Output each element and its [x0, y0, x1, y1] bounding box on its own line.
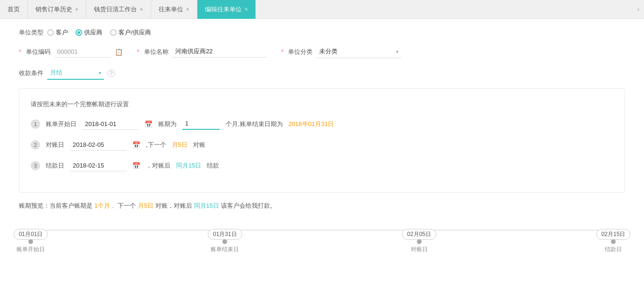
unit-name-group: * 单位名称	[137, 46, 267, 58]
timeline-sublabel-2: 对账日	[411, 245, 428, 253]
timeline-points-row: 01月01日 账单开始日 01月31日 账单结束日 02月05日	[28, 235, 616, 258]
close-sales-history-icon[interactable]: ×	[75, 6, 78, 13]
tab-partner-units-label: 往来单位	[159, 5, 183, 14]
help-icon[interactable]: ?	[108, 69, 115, 77]
period-reconcile-suffix: 对账	[193, 141, 205, 149]
period-payment-label: 结款日	[46, 161, 64, 170]
unit-category-label: 单位分类	[288, 48, 313, 56]
timeline-dot-2	[417, 239, 422, 244]
tab-home-label: 首页	[8, 5, 20, 14]
period-start-calendar-icon[interactable]: 📅	[144, 120, 153, 128]
unit-type-radio-group: 客户 供应商 客户/供应商	[47, 28, 151, 37]
radio-customer-circle	[47, 29, 54, 36]
tab-cash-work-label: 钱货日清工作台	[94, 5, 137, 14]
period-row-2: 2 对账日 📅 ,下一个 月5日 对账	[31, 139, 613, 151]
radio-both[interactable]: 客户/供应商	[110, 28, 151, 37]
timeline-dot-0	[28, 239, 33, 244]
preview-suffix: 该客户会给我打款。	[221, 202, 276, 209]
payment-condition-value: 月结	[50, 68, 62, 77]
payment-condition-row: 收款条件 月结 ▾ ?	[19, 67, 625, 80]
radio-supplier-label: 供应商	[84, 28, 102, 37]
period-row-1: 1 账单开始日 📅 账期为 个月,账单结束日期为 2018年01月31日	[31, 118, 613, 130]
period-start-label: 账单开始日	[46, 120, 76, 128]
radio-both-label: 客户/供应商	[119, 28, 151, 37]
timeline-sublabel-1: 账单结束日	[211, 245, 239, 253]
copy-icon[interactable]: 📋	[115, 48, 123, 56]
timeline-sublabel-3: 结款日	[605, 245, 622, 253]
tab-cash-work[interactable]: 钱货日清工作台 ×	[86, 0, 151, 19]
timeline-badge-0: 01月01日	[14, 229, 48, 240]
period-box-title: 请按照未来的一个完整帐期进行设置	[31, 100, 613, 109]
radio-customer[interactable]: 客户	[47, 28, 68, 37]
timeline-badge-2: 02月05日	[402, 229, 436, 240]
period-payment-suffix: 结款	[207, 161, 219, 170]
timeline-point-0: 01月01日 账单开始日	[28, 239, 33, 244]
close-partner-units-icon[interactable]: ×	[186, 6, 189, 13]
period-payment-day-highlight: 同月15日	[176, 161, 201, 170]
radio-both-circle	[110, 29, 117, 36]
tab-arrow[interactable]: ›	[633, 6, 644, 13]
unit-details-row: * 单位编码 📋 * 单位名称 * 单位分类 未分类 ▾	[19, 45, 625, 58]
tab-sales-history-label: 销售订单历史	[35, 5, 72, 14]
period-start-date-input[interactable]	[82, 118, 139, 130]
close-cash-work-icon[interactable]: ×	[140, 6, 143, 13]
unit-category-select[interactable]: 未分类 ▾	[316, 45, 401, 58]
tab-partner-units[interactable]: 往来单位 ×	[151, 0, 197, 19]
preview-payment-day: 同月15日	[194, 202, 219, 209]
timeline-point-2: 02月05日 对账日	[417, 239, 422, 244]
preview-section: 账期预览：当前客户账期是 1个月， 下一个 月5日 对账，对账后 同月15日 该…	[19, 200, 625, 285]
unit-name-star: *	[137, 48, 139, 55]
period-num-2: 2	[31, 140, 40, 150]
period-months-unit: 个月,账单结束日期为	[226, 120, 283, 128]
unit-code-star: *	[19, 48, 21, 55]
preview-reconcile-prefix: 下一个	[118, 202, 136, 209]
period-payment-prefix: ，对账后	[146, 161, 170, 170]
period-num-1: 1	[31, 119, 40, 129]
unit-name-input[interactable]	[172, 46, 267, 58]
tab-home[interactable]: 首页	[0, 0, 28, 19]
unit-code-group: * 单位编码 📋	[19, 46, 123, 58]
close-edit-partner-icon[interactable]: ×	[245, 6, 248, 13]
timeline-point-3: 02月15日 结款日	[611, 239, 616, 244]
timeline-badge-1: 01月31日	[208, 229, 242, 240]
period-row-3: 3 结款日 📅 ，对账后 同月15日 结款	[31, 160, 613, 171]
timeline-dot-1	[222, 239, 227, 244]
timeline: 01月01日 账单开始日 01月31日 账单结束日 02月05日	[24, 220, 620, 277]
unit-category-value: 未分类	[319, 47, 338, 56]
tab-edit-partner-label: 编辑往来单位	[205, 5, 242, 14]
period-reconcile-date-input[interactable]	[70, 139, 127, 151]
unit-type-row: 单位类型 客户 供应商 客户/供应商	[19, 28, 625, 37]
tab-edit-partner[interactable]: 编辑往来单位 ×	[197, 0, 256, 19]
timeline-dot-3	[611, 239, 616, 244]
unit-category-star: *	[281, 48, 283, 55]
unit-category-chevron: ▾	[396, 49, 398, 54]
period-start-suffix: 账期为	[158, 120, 177, 128]
timeline-badge-3: 02月15日	[596, 229, 631, 240]
unit-type-group: 单位类型 客户 供应商 客户/供应商	[19, 28, 151, 37]
main-content: 单位类型 客户 供应商 客户/供应商 * 单位编码	[0, 19, 644, 287]
tab-sales-history[interactable]: 销售订单历史 ×	[28, 0, 86, 19]
radio-supplier[interactable]: 供应商	[76, 28, 102, 37]
period-reconcile-label: 对账日	[46, 141, 64, 149]
timeline-line	[24, 230, 620, 230]
timeline-point-1: 01月31日 账单结束日	[222, 239, 227, 244]
period-months-input[interactable]	[182, 118, 220, 130]
payment-condition-select[interactable]: 月结 ▾	[47, 67, 104, 80]
preview-months-highlight: 1个月，	[94, 202, 116, 209]
unit-type-label: 单位类型	[19, 28, 43, 37]
unit-category-group: * 单位分类 未分类 ▾	[281, 45, 401, 58]
unit-name-label: 单位名称	[144, 48, 169, 56]
period-end-date-highlight: 2018年01月31日	[288, 120, 334, 128]
unit-code-input[interactable]	[54, 46, 111, 58]
payment-condition-label: 收款条件	[19, 69, 43, 77]
period-payment-date-input[interactable]	[70, 160, 127, 171]
preview-reconcile-day: 月5日	[138, 202, 153, 209]
preview-prefix: 账期预览：当前客户账期是	[19, 202, 93, 209]
period-reconcile-day-highlight: 月5日	[172, 141, 187, 149]
period-payment-calendar-icon[interactable]: 📅	[132, 162, 140, 169]
period-reconcile-calendar-icon[interactable]: 📅	[132, 141, 140, 149]
period-reconcile-prefix: ,下一个	[146, 141, 166, 149]
radio-supplier-circle	[76, 29, 82, 36]
unit-code-label: 单位编码	[26, 48, 51, 56]
preview-reconcile-suffix: 对账，对账后	[155, 202, 192, 209]
